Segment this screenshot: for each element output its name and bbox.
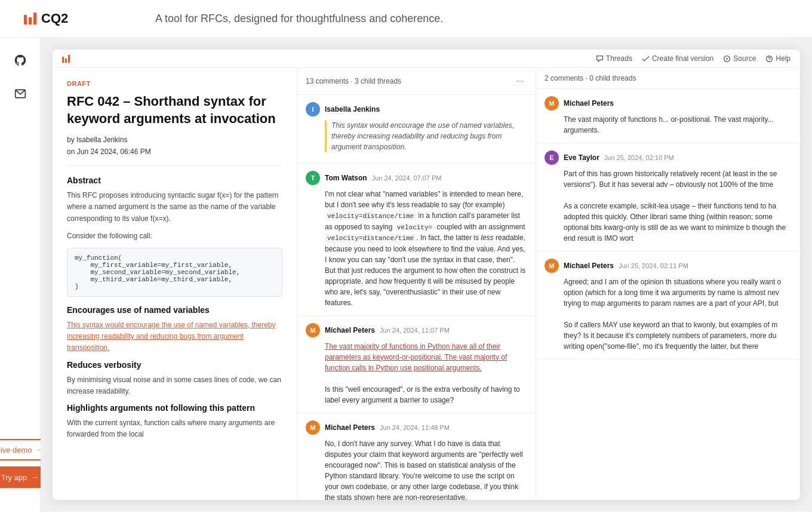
comments-count-1: 13 comments · 3 child threads <box>306 77 401 85</box>
avatar-eve: E <box>545 150 559 165</box>
comment-author-row: I Isabella Jenkins <box>306 102 527 116</box>
comment-date: Jun 24, 2024, 11:07 PM <box>380 327 450 334</box>
create-final-version-button[interactable]: Create final version <box>642 54 713 63</box>
author-name: Isabella Jenkins <box>325 105 380 113</box>
code-block: my_function( my_first_variable=my_first_… <box>67 248 282 297</box>
highlight-bar: This syntax would encourage the use of n… <box>306 120 527 152</box>
comments-panel-1: 13 comments · 3 child threads ··· I Isab… <box>297 68 536 500</box>
consider-text: Consider the following call: <box>67 231 282 242</box>
comment-body: The vast majority of functions in Python… <box>306 341 527 406</box>
app-content: DRAFT RFC 042 – Shorthand syntax for key… <box>53 68 800 500</box>
comment-thread-isabella: I Isabella Jenkins This syntax would enc… <box>297 95 536 164</box>
avatar-michael-2: M <box>306 420 320 435</box>
comment-thread-eve: E Eve Taylor Jun 25, 2024, 02:10 PM Part… <box>536 143 800 251</box>
logo-icon <box>24 13 36 24</box>
rfc-date: on Jun 24 2024, 06:46 PM <box>67 148 282 156</box>
logo-area: CQ2 <box>24 11 155 26</box>
comments-header-2: 2 comments · 0 child threads <box>536 68 800 89</box>
comments-count-2: 2 comments · 0 child threads <box>545 74 636 82</box>
comment-author-row: M Michael Peters <box>545 96 792 110</box>
author-name: Michael Peters <box>564 99 614 107</box>
comment-thread-michael-1: M Michael Peters Jun 24, 2024, 11:07 PM … <box>297 316 536 413</box>
section3-text: With the current syntax, function calls … <box>67 417 282 440</box>
content-area: Threads Create final version Source <box>41 38 812 512</box>
sidebar-buttons: Live demo → Try app → <box>0 439 40 488</box>
comment-thread-2-michael-2: M Michael Peters Jun 25, 2024, 02:11 PM … <box>536 251 800 360</box>
avatar-michael-4: M <box>545 259 559 273</box>
tagline: A tool for RFCs, designed for thoughtful… <box>155 13 443 25</box>
comment-body: The vast majority of functions h... or-p… <box>545 114 792 136</box>
comment-body: No, I don't have any survey. What I do h… <box>306 438 527 500</box>
help-button[interactable]: Help <box>765 54 791 63</box>
section1-title: Encourages use of named variables <box>67 305 282 315</box>
logo-bar-2 <box>29 17 32 24</box>
rfc-title: RFC 042 – Shorthand syntax for keyword a… <box>67 93 282 127</box>
comment-author-row: T Tom Watson Jun 24, 2024, 07:07 PM <box>306 171 527 185</box>
comment-date: Jun 25, 2024, 02:10 PM <box>604 154 674 161</box>
comment-body: Part of this has grown historically rela… <box>545 168 792 244</box>
author-name: Michael Peters <box>325 326 375 334</box>
source-label: Source <box>733 54 756 63</box>
comment-date: Jun 25, 2024, 02:11 PM <box>619 262 688 269</box>
author-name: Tom Watson <box>325 174 367 182</box>
rfc-panel: DRAFT RFC 042 – Shorthand syntax for key… <box>53 68 297 500</box>
section3-title: Highlights arguments not following this … <box>67 403 282 413</box>
github-icon[interactable] <box>10 50 31 71</box>
rfc-by: by Isabella Jenkins <box>67 136 282 144</box>
app-logo-icon <box>62 55 70 63</box>
comment-thread-tom: T Tom Watson Jun 24, 2024, 07:07 PM I'm … <box>297 164 536 316</box>
avatar-isabella: I <box>306 102 320 116</box>
create-final-label: Create final version <box>652 54 713 63</box>
section1-highlight: This syntax would encourage the use of n… <box>67 320 282 354</box>
avatar-michael-3: M <box>545 96 559 110</box>
section2-text: By minimising visual noise and in some c… <box>67 374 282 397</box>
avatar-tom: T <box>306 171 320 185</box>
abstract-text: This RFC proposes introducing syntactic … <box>67 190 282 225</box>
threads-button[interactable]: Threads <box>596 54 632 63</box>
top-header: CQ2 A tool for RFCs, designed for though… <box>0 0 812 38</box>
comment-thread-2-michael: M Michael Peters The vast majority of fu… <box>536 89 800 143</box>
app-mockup: Threads Create final version Source <box>53 50 800 500</box>
app-topbar-actions: Threads Create final version Source <box>596 54 791 63</box>
help-label: Help <box>776 54 791 63</box>
abstract-title: Abstract <box>67 176 282 185</box>
comment-thread-michael-2: M Michael Peters Jun 24, 2024, 11:48 PM … <box>297 413 536 500</box>
yellow-bar <box>325 120 327 152</box>
source-button[interactable]: Source <box>723 54 756 63</box>
highlight-text: This syntax would encourage the use of n… <box>331 120 527 152</box>
author-name: Michael Peters <box>325 423 375 432</box>
threads-label: Threads <box>606 54 632 63</box>
logo-bar-3 <box>33 13 36 24</box>
main-layout: Live demo → Try app → <box>0 38 812 512</box>
comments-more-button[interactable]: ··· <box>513 74 527 88</box>
left-sidebar: Live demo → Try app → <box>0 38 41 512</box>
avatar-michael: M <box>306 323 320 337</box>
mail-icon[interactable] <box>10 83 31 105</box>
logo-bar-1 <box>24 15 27 24</box>
logo-text: CQ2 <box>41 11 68 26</box>
comment-author-row: M Michael Peters Jun 24, 2024, 11:48 PM <box>306 420 527 435</box>
comments-header-1: 13 comments · 3 child threads ··· <box>297 68 536 95</box>
comment-author-row: M Michael Peters Jun 25, 2024, 02:11 PM <box>545 259 792 273</box>
comment-date: Jun 24, 2024, 11:48 PM <box>380 424 450 431</box>
author-name: Eve Taylor <box>564 153 599 162</box>
comment-author-row: M Michael Peters Jun 24, 2024, 11:07 PM <box>306 323 527 337</box>
try-app-arrow: → <box>30 472 39 482</box>
author-name: Michael Peters <box>564 262 614 270</box>
comments-panel-2: 2 comments · 0 child threads M Michael P… <box>536 68 800 500</box>
comment-body: I'm not clear what "named variables" is … <box>306 189 527 308</box>
comment-author-row: E Eve Taylor Jun 25, 2024, 02:10 PM <box>545 150 792 165</box>
section2-title: Reduces verbosity <box>67 360 282 370</box>
comment-date: Jun 24, 2024, 07:07 PM <box>372 174 442 182</box>
comment-body: Agreed; and I am of the opinion th situa… <box>545 277 792 352</box>
draft-badge: DRAFT <box>67 80 282 87</box>
app-topbar: Threads Create final version Source <box>53 50 800 68</box>
rfc-divider <box>67 165 282 166</box>
